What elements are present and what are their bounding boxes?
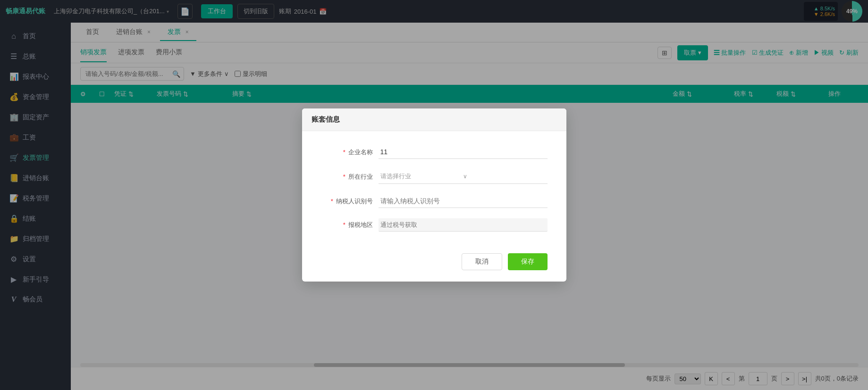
company-name-label: * 企业名称: [321, 148, 373, 157]
industry-label: * 所在行业: [321, 173, 373, 181]
form-row-industry: * 所在行业 请选择行业 ∨: [321, 169, 548, 184]
tax-region-input: [379, 218, 548, 232]
dialog-overlay: 账套信息 * 企业名称 * 所在行业 请选择行业 ∨: [0, 0, 868, 390]
dialog-footer: 取消 保存: [302, 246, 566, 282]
industry-chevron-icon: ∨: [463, 173, 546, 180]
save-button[interactable]: 保存: [508, 253, 548, 270]
industry-select[interactable]: 请选择行业 ∨: [379, 169, 548, 184]
tax-id-input[interactable]: [379, 194, 548, 208]
tax-region-label: * 报税地区: [321, 221, 373, 229]
cancel-button[interactable]: 取消: [462, 253, 502, 270]
form-row-tax-region: * 报税地区: [321, 218, 548, 232]
form-row-tax-id: * 纳税人识别号: [321, 194, 548, 208]
account-info-dialog: 账套信息 * 企业名称 * 所在行业 请选择行业 ∨: [302, 108, 566, 282]
dialog-title: 账套信息: [302, 108, 566, 131]
tax-id-label: * 纳税人识别号: [321, 197, 373, 206]
dialog-body: * 企业名称 * 所在行业 请选择行业 ∨ *: [302, 131, 566, 246]
form-row-company: * 企业名称: [321, 145, 548, 159]
company-name-input[interactable]: [379, 145, 548, 159]
